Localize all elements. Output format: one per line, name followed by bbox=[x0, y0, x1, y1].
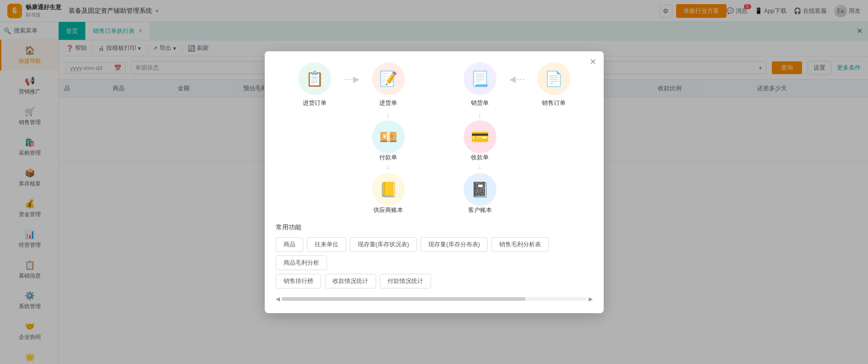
sales-bill-icon: 📃 bbox=[464, 62, 497, 95]
common-function-buttons-row2: 销售排行榜 收款情况统计 付款情况统计 bbox=[276, 274, 593, 288]
flow-node-sales-bill[interactable]: 📃 销货单 bbox=[453, 62, 508, 107]
flow-node-sales-order[interactable]: 📄 销售订单 bbox=[526, 62, 581, 107]
common-functions: 常用功能 商品 往来单位 现存量(库存状况表) 现存量(库存分布表) 销售毛利分… bbox=[276, 223, 593, 288]
scroll-right-arrow[interactable]: ▶ bbox=[589, 296, 593, 302]
cf-btn-payment-stats[interactable]: 付款情况统计 bbox=[380, 274, 431, 288]
supplier-ledger-label: 供应商账本 bbox=[373, 206, 403, 214]
flow-node-purchase-bill[interactable]: 📝 进货单 bbox=[361, 62, 416, 107]
sales-bill-label: 销货单 bbox=[471, 99, 489, 107]
customer-ledger-label: 客户账本 bbox=[468, 206, 492, 214]
modal-overlay[interactable]: ✕ 📋 进货订单 - - - ▶ 📝 进货单 bbox=[0, 0, 868, 364]
payment-bill-icon: 💴 bbox=[372, 120, 405, 153]
cf-btn-product[interactable]: 商品 bbox=[276, 237, 303, 252]
scrollbar-track[interactable] bbox=[282, 297, 587, 301]
cf-btn-receipt-stats[interactable]: 收款情况统计 bbox=[325, 274, 376, 288]
sales-order-label: 销售订单 bbox=[542, 99, 566, 107]
cf-btn-sales-ranking[interactable]: 销售排行榜 bbox=[276, 274, 321, 288]
cf-btn-stock-status[interactable]: 现存量(库存状况表) bbox=[350, 237, 417, 252]
receipt-bill-label: 收款单 bbox=[471, 153, 489, 162]
modal-scrollbar: ◀ ▶ bbox=[276, 296, 593, 302]
cf-btn-partner[interactable]: 往来单位 bbox=[307, 237, 346, 252]
common-functions-title: 常用功能 bbox=[276, 223, 593, 232]
purchase-order-icon: 📋 bbox=[298, 62, 331, 95]
scroll-left-arrow[interactable]: ◀ bbox=[276, 296, 280, 302]
payment-bill-label: 付款单 bbox=[379, 153, 397, 162]
purchase-bill-label: 进货单 bbox=[379, 99, 397, 107]
modal-dialog: ✕ 📋 进货订单 - - - ▶ 📝 进货单 bbox=[265, 51, 604, 313]
customer-ledger-icon: 📓 bbox=[464, 173, 497, 206]
scrollbar-thumb bbox=[282, 297, 526, 301]
purchase-bill-icon: 📝 bbox=[372, 62, 405, 95]
receipt-bill-icon: 💳 bbox=[464, 120, 497, 153]
sales-order-icon: 📄 bbox=[537, 62, 570, 95]
cf-btn-stock-dist[interactable]: 现存量(库存分布表) bbox=[420, 237, 488, 252]
modal-close-button[interactable]: ✕ bbox=[590, 57, 596, 67]
purchase-order-label: 进货订单 bbox=[303, 99, 327, 107]
common-function-buttons: 商品 往来单位 现存量(库存状况表) 现存量(库存分布表) 销售毛利分析表 商品… bbox=[276, 237, 593, 270]
supplier-ledger-icon: 📒 bbox=[372, 173, 405, 206]
cf-btn-product-profit[interactable]: 商品毛利分析 bbox=[276, 255, 327, 270]
cf-btn-sales-profit[interactable]: 销售毛利分析表 bbox=[491, 237, 549, 252]
flow-node-purchase-order[interactable]: 📋 进货订单 bbox=[287, 62, 342, 107]
